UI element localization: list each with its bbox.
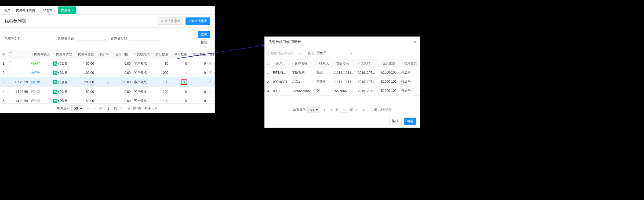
gear-icon[interactable]: ⚙ — [2, 53, 5, 56]
share-icon[interactable]: ⇱ — [209, 80, 212, 84]
gear-icon[interactable]: ⚙ — [267, 62, 270, 66]
row-checkbox[interactable] — [9, 80, 12, 83]
filter-status-select[interactable]: ⌄ — [75, 37, 108, 41]
close-icon[interactable]: × — [414, 40, 416, 44]
col-type[interactable]: 优惠券类 — [404, 61, 417, 65]
chevron-down-icon: ⌄ — [350, 52, 352, 54]
col-status[interactable]: 优惠券状态 — [34, 52, 50, 56]
search-icon[interactable]: ⌕ — [299, 51, 301, 55]
close-icon[interactable]: × — [54, 9, 56, 12]
sort-icon[interactable]: ⇅ — [75, 53, 77, 56]
sort-icon[interactable]: ⇅ — [97, 53, 99, 56]
sort-icon[interactable]: ⇅ — [31, 53, 33, 56]
confirm-button[interactable]: 确定 — [404, 118, 416, 125]
prev-page[interactable]: < — [329, 108, 334, 112]
col-phone[interactable]: 电话号码 — [336, 61, 349, 65]
page-title: 优惠券列表 — [5, 18, 26, 24]
table-row[interactable]: 1 RETAIL... 零散客户 张三 11111111111 20191207… — [265, 68, 420, 77]
col-method[interactable]: 发放方式 — [137, 52, 150, 56]
share-icon[interactable]: ⇱ — [209, 71, 212, 75]
next-page[interactable]: > — [355, 108, 360, 112]
col-cust-name[interactable]: 客户名称 — [294, 61, 307, 65]
close-icon[interactable]: × — [72, 9, 73, 12]
tab-coupon[interactable]: 优惠券× — [58, 6, 76, 14]
filter-bar: 优惠券名称 优惠券状态 ⌄ 优惠券类型 ⌄ 查询 设置 — [0, 28, 214, 50]
sort-icon[interactable]: ⇅ — [273, 62, 275, 65]
status-badge: 已过期 — [31, 90, 40, 93]
share-icon[interactable]: ⇱ — [209, 62, 212, 66]
table-row[interactable]: 4 14 23:59 已过期 代代金券 150.00 -- 0.00 客户领取 … — [0, 87, 214, 96]
row-checkbox[interactable] — [9, 99, 12, 102]
filter-name-input[interactable] — [22, 36, 54, 41]
tab-bar: 首页 优惠券详情页× 销货单× 优惠券× — [0, 6, 214, 15]
modal-search-input[interactable] — [271, 51, 298, 55]
next-page[interactable]: > — [119, 106, 124, 111]
col-face[interactable]: 优惠券面值 — [78, 52, 94, 56]
share-icon[interactable]: ⇱ — [209, 90, 212, 94]
search-button[interactable]: 查询 — [198, 31, 210, 38]
table-row[interactable]: 1 待执行 代代金券 50.00 -- 0.00 客户领取 10 0 0 ⇱▦ — [0, 59, 214, 68]
table-row[interactable]: 2 00010001 北京1 唐先生 11111111111 20191207.… — [265, 77, 420, 86]
select-all-checkbox[interactable] — [9, 52, 12, 56]
col-cust-no[interactable]: 客户... — [276, 61, 285, 65]
sort-icon[interactable]: ⇅ — [316, 62, 319, 65]
row-checkbox[interactable] — [9, 71, 12, 74]
col-issued[interactable]: 发行数量 — [155, 52, 168, 56]
col-discount[interactable]: 折扣% — [100, 52, 109, 56]
col-received[interactable]: 领用数量 — [174, 52, 187, 56]
sort-icon[interactable]: ⇅ — [172, 53, 174, 56]
tab-home[interactable]: 首页 — [1, 6, 13, 14]
page-input[interactable] — [340, 107, 348, 113]
received-link[interactable]: 3 — [181, 79, 187, 85]
col-type[interactable]: 优惠券类型 — [56, 52, 72, 56]
modal-title: 优惠券领用/使用记录 — [268, 39, 301, 44]
sort-icon[interactable]: ⇅ — [134, 53, 136, 56]
table-row[interactable]: 3 0001 17666666666 张 156 6666 ... 201912… — [265, 86, 420, 96]
sort-icon[interactable]: ⇅ — [380, 62, 382, 65]
sort-icon[interactable]: ⇅ — [53, 53, 55, 56]
prev-page[interactable]: < — [93, 106, 98, 111]
share-icon[interactable]: ⇱ — [209, 99, 212, 103]
tab-sales[interactable]: 销货单× — [41, 6, 58, 14]
row-checkbox[interactable] — [9, 90, 12, 93]
qrcode-icon[interactable]: ▦ — [214, 80, 214, 84]
status-badge: 执行中 — [31, 71, 40, 74]
first-page[interactable]: |< — [85, 106, 91, 111]
qrcode-icon[interactable]: ▦ — [214, 90, 214, 94]
qrcode-icon[interactable]: ▦ — [214, 71, 214, 75]
qrcode-icon[interactable]: ▦ — [214, 62, 214, 66]
col-code[interactable]: 优惠码 — [361, 61, 370, 65]
first-page[interactable]: |< — [321, 108, 327, 112]
sort-icon[interactable]: ⇅ — [333, 62, 335, 65]
cancel-button[interactable]: 取消 — [389, 118, 402, 125]
col-contact[interactable]: 联系人 — [319, 61, 329, 65]
qrcode-icon[interactable]: ▦ — [214, 99, 214, 103]
tab-detail[interactable]: 优惠券详情页× — [13, 6, 41, 14]
last-page[interactable]: >| — [126, 106, 132, 111]
modal-status-select[interactable]: 已使用 ⌄ — [316, 50, 353, 56]
col-used[interactable]: 使用数量 — [193, 52, 206, 56]
sort-icon[interactable]: ⇅ — [401, 62, 403, 65]
table-row[interactable]: 3 07 23:59 执行中 代代金券 200.00 -- 1000.00 客户… — [0, 77, 214, 87]
sort-icon[interactable]: ⇅ — [190, 53, 192, 56]
modal-search[interactable]: ⌕ — [268, 50, 303, 56]
per-page-select[interactable]: 50 — [71, 105, 83, 111]
distribute-button[interactable]: ⊕ 发放优惠券 — [158, 17, 183, 25]
col-threshold[interactable]: 使用门槛... — [115, 52, 131, 56]
table-row[interactable]: 5 14 23:59 已过期 代代金券 150.00 -- 0.00 客户领取 … — [0, 96, 214, 104]
add-coupon-button[interactable]: + 新增优惠券 — [185, 17, 210, 25]
usage-modal: 优惠券领用/使用记录 × ⌕ 状态 已使用 ⌄ ⚙ ⇅客户... ⇅客户名称 ⇅… — [264, 37, 420, 128]
page-input[interactable] — [104, 106, 112, 111]
settings-button[interactable]: 设置 — [198, 39, 210, 46]
sort-icon[interactable]: ⇅ — [358, 62, 360, 65]
close-icon[interactable]: × — [36, 9, 38, 12]
per-page-select[interactable]: 50 — [307, 107, 319, 113]
sort-icon[interactable]: ⇅ — [112, 53, 115, 56]
table-row[interactable]: 2 执行中 代代金券 100.00 -- 0.00 客户领取 1000 1 0 … — [0, 68, 214, 77]
row-checkbox[interactable] — [9, 61, 12, 65]
sort-icon[interactable]: ⇅ — [292, 62, 294, 65]
sort-icon[interactable]: ⇅ — [153, 53, 155, 56]
last-page[interactable]: >| — [361, 108, 367, 112]
col-subject[interactable]: 优惠主题 — [382, 61, 395, 65]
filter-type-select[interactable]: ⌄ — [129, 37, 161, 41]
